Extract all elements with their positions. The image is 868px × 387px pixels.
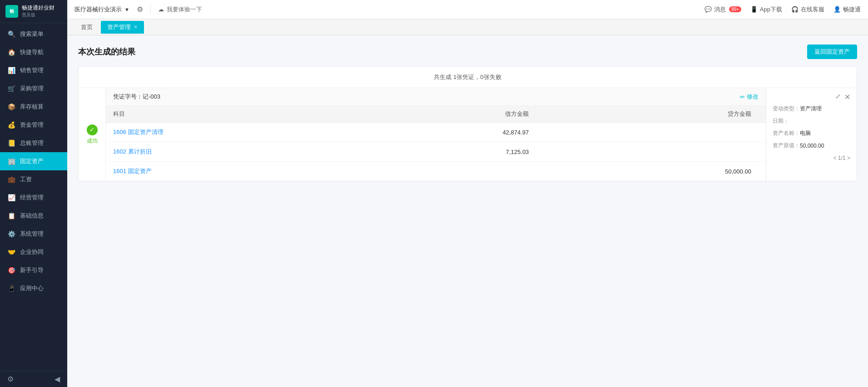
result-card: 共生成 1张凭证，0张失败 ✓ 成功 凭证字号：记-003 ✏ 修改 [78,66,857,181]
sidebar-footer: ⚙ ◀ [0,371,67,387]
feedback-label: 我要体验一下 [167,5,202,14]
detail-pagination[interactable]: < 1/1 > [773,155,850,161]
app-download-label: App下载 [760,5,782,14]
voucher-number: 凭证字号：记-003 [113,93,160,101]
sidebar-item-inventory[interactable]: 📦 库存核算 [0,98,67,116]
sales-icon: 📊 [7,66,15,74]
sidebar-item-purchase[interactable]: 🛒 采购管理 [0,79,67,98]
voucher-header-row: 凭证字号：记-003 ✏ 修改 [106,88,766,106]
messages-btn[interactable]: 💬 消息 99 [704,5,741,14]
feedback-icon: ☁ [158,6,164,13]
sidebar-item-app-center[interactable]: 📱 应用中心 [0,279,67,298]
edition-label: 普及版 [22,12,55,18]
inventory-icon: 📦 [7,103,15,111]
sidebar-item-quick-nav[interactable]: 🏠 快捷导航 [0,43,67,61]
sidebar-item-payroll[interactable]: 💼 工资 [0,170,67,189]
sidebar-nav: 🔍 搜索菜单 🏠 快捷导航 📊 销售管理 🛒 采购管理 📦 库存核算 💰 资金管… [0,23,67,371]
sidebar-item-label-purchase: 采购管理 [20,84,44,93]
purchase-icon: 🛒 [7,84,15,93]
sidebar-item-label-funds: 资金管理 [20,121,44,129]
brand-name: 畅捷通好业财 [22,5,55,12]
operations-icon: 📈 [7,194,15,202]
fixed-assets-icon: 🏢 [7,157,15,165]
user-avatar-icon: 👤 [833,6,841,13]
edit-icon: ✏ [740,94,745,100]
funds-icon: 💰 [7,121,15,129]
sidebar-item-ledger[interactable]: 📒 总账管理 [0,134,67,152]
expand-icon[interactable]: ⤢ [835,93,841,101]
app-download-icon: 📱 [750,6,758,13]
sidebar-item-label-app-center: 应用中心 [20,284,44,293]
sidebar-item-label-ledger: 总账管理 [20,139,44,147]
topbar: 医疗器械行业演示 ▼ ⚙ ☁ 我要体验一下 💬 消息 99 📱 App下载 🎧 … [67,0,868,19]
user-name: 畅捷通 [843,5,861,14]
topbar-settings-icon[interactable]: ⚙ [137,5,143,14]
sidebar-item-label-operations: 经营管理 [20,194,44,202]
result-summary: 共生成 1张凭证，0张失败 [79,67,857,88]
success-text: 成功 [87,137,98,145]
sidebar-item-label-search: 搜索菜单 [20,30,44,38]
system-icon: ⚙️ [7,230,15,238]
row-debit-0: 42,874.97 [321,124,544,141]
panel-controls: ⤢ ✕ [773,93,850,101]
close-panel-icon[interactable]: ✕ [844,93,850,101]
sidebar-item-guide[interactable]: 🎯 新手引导 [0,261,67,279]
sidebar-item-fixed-assets[interactable]: 🏢 固定资产 [0,152,67,170]
row-credit-0 [543,127,766,138]
voucher-edit-btn[interactable]: ✏ 修改 [740,93,759,101]
messages-badge: 99 [729,6,741,12]
sidebar-item-operations[interactable]: 📈 经营管理 [0,189,67,207]
sidebar-item-label-fixed-assets: 固定资产 [20,157,44,165]
asset-value-value: 50,000.00 [800,143,824,149]
row-debit-1: 7,125.03 [321,143,544,161]
app-center-icon: 📱 [7,284,15,293]
tab-close-icon[interactable]: ✕ [134,24,138,30]
table-row: 1606 固定资产清理 42,874.97 [106,123,766,142]
col-header-debit: 借方金额 [321,106,544,122]
collapse-icon[interactable]: ◀ [55,375,60,383]
quick-nav-icon: 🏠 [7,48,15,56]
payroll-icon: 💼 [7,175,15,184]
table-row: 1601 固定资产 50,000.00 [106,162,766,181]
row-subject-1[interactable]: 1602 累计折旧 [106,142,321,161]
guide-icon: 🎯 [7,266,15,274]
sidebar-item-label-base-info: 基础信息 [20,212,44,220]
tab-asset-mgmt[interactable]: 资产管理 ✕ [101,21,144,34]
sidebar-item-label-sales: 销售管理 [20,66,44,74]
messages-icon: 💬 [704,6,712,13]
online-service-btn[interactable]: 🎧 在线客服 [791,5,824,14]
main-area: 医疗器械行业演示 ▼ ⚙ ☁ 我要体验一下 💬 消息 99 📱 App下载 🎧 … [67,0,868,387]
row-credit-2: 50,000.00 [543,163,766,180]
settings-icon[interactable]: ⚙ [7,375,14,383]
sidebar-item-sales[interactable]: 📊 销售管理 [0,61,67,79]
detail-change-type: 变动类型： 资产清理 [773,105,850,113]
row-subject-2[interactable]: 1601 固定资产 [106,162,321,181]
row-credit-1 [543,146,766,157]
sidebar-item-cooperation[interactable]: 🤝 企业协同 [0,243,67,261]
voucher-detail-panel: ⤢ ✕ 变动类型： 资产清理 日期： 资产名称： 电脑 [766,88,857,181]
change-type-value: 资产清理 [800,105,822,113]
sidebar-item-system[interactable]: ⚙️ 系统管理 [0,225,67,243]
success-icon: ✓ [87,124,98,135]
row-subject-0[interactable]: 1606 固定资产清理 [106,123,321,142]
return-button[interactable]: 返回固定资产 [807,45,857,59]
sidebar-item-label-payroll: 工资 [20,175,32,184]
user-area[interactable]: 👤 畅捷通 [833,5,861,14]
detail-asset-value: 资产原值： 50,000.00 [773,142,850,149]
sidebar-item-funds[interactable]: 💰 资金管理 [0,116,67,134]
tab-home[interactable]: 首页 [74,21,99,34]
page-header: 本次生成的结果 返回固定资产 [78,45,857,59]
sidebar-item-search[interactable]: 🔍 搜索菜单 [0,25,67,43]
sidebar-item-label-quick-nav: 快捷导航 [20,48,44,56]
ledger-icon: 📒 [7,139,15,147]
app-logo: 畅 [5,5,18,18]
sidebar: 畅 畅捷通好业财 普及版 🔍 搜索菜单 🏠 快捷导航 📊 销售管理 🛒 采购管理… [0,0,67,387]
cooperation-icon: 🤝 [7,248,15,256]
tab-asset-mgmt-label: 资产管理 [107,23,131,31]
col-header-subject: 科目 [106,106,321,122]
company-selector[interactable]: 医疗器械行业演示 ▼ [74,5,129,14]
feedback-btn[interactable]: ☁ 我要体验一下 [158,5,202,14]
brand-info: 畅捷通好业财 普及版 [22,5,55,18]
app-download-btn[interactable]: 📱 App下载 [750,5,782,14]
sidebar-item-base-info[interactable]: 📋 基础信息 [0,207,67,225]
